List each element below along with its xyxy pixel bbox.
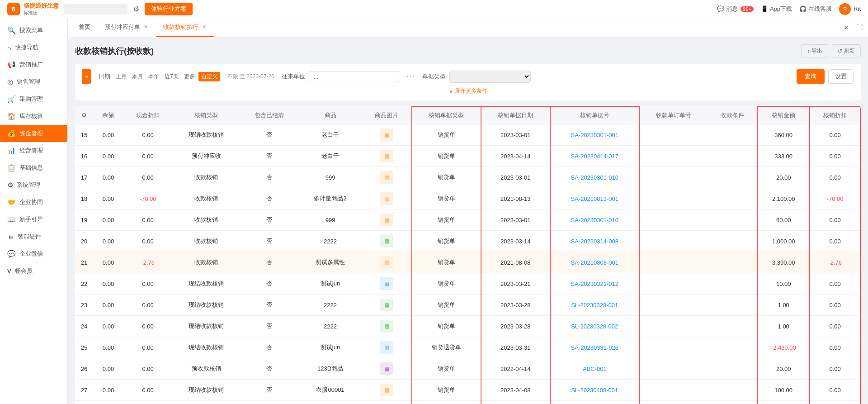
sidebar-item-inventory[interactable]: 🏠 库存核算 [0,108,67,125]
cell-balance: 0.00 [93,167,123,188]
voucher-no-link[interactable]: SL-20230328-002 [571,323,618,330]
expand-more-button[interactable]: ∨ 展开更多条件 [449,87,487,95]
voucher-type-select[interactable] [449,71,531,83]
online-service[interactable]: 🎧 在线客服 [799,5,832,13]
app-download[interactable]: 📱 App下载 [761,5,792,13]
date-range: 上月 本月 本年 近7天 更多 自定义 [114,72,220,81]
cell-collect-condition [708,252,757,273]
date-this-month[interactable]: 本月 [130,72,145,81]
cell-collect-condition [708,231,757,252]
voucher-no-link[interactable]: SL-20230408-001 [571,387,618,394]
cell-voucher-date: 2023-04-14 [481,146,550,167]
sidebar-item-marketing[interactable]: 📢 营销推广 [0,56,67,73]
cell-write-off-amount: 60.00 [757,209,810,231]
sidebar-item-finance[interactable]: 💰 资金管理 [0,125,67,142]
tab-prepay[interactable]: 预付冲应付单 ✕ [98,18,156,37]
voucher-no-link[interactable]: SA-20210813-001 [571,195,618,202]
tab-bar: 首页 预付冲应付单 ✕ 收款核销执行 ✕ ✕ ⛶ [68,18,868,37]
cell-write-off-amount: 2,100.00 [757,188,810,209]
edition-label: 标准版 [24,10,59,16]
search-bar[interactable] [64,4,127,14]
date-last-month[interactable]: 上月 [114,72,128,81]
cell-cash-discount: 0.00 [123,146,172,167]
voucher-no-link[interactable]: SA-20230301-001 [571,132,618,138]
wo-discount-value: 0.00 [830,323,841,330]
cash-discount-value: 0.00 [142,132,153,138]
sidebar-item-enterprise-wechat[interactable]: 💬 企业微信 [0,245,67,262]
voucher-no-link[interactable]: SA-20230321-012 [571,280,618,287]
partner-input[interactable] [309,71,399,82]
voucher-no-link[interactable]: SA-20230301-010 [571,217,618,223]
goods-image-placeholder: ▦ [380,235,393,247]
wo-discount-value: -70.00 [827,195,844,202]
query-button[interactable]: 查询 [797,69,825,84]
cell-write-off-discount: 0.00 [810,295,860,316]
inventory-icon: 🏠 [7,112,16,120]
table-settings-icon[interactable]: ⚙ [81,112,87,119]
goods-image-placeholder: ▦ [380,320,393,333]
tab-prepay-close[interactable]: ✕ [143,23,149,31]
export-button[interactable]: ↑ 导出 [801,44,828,57]
cell-write-off-discount: 0.00 [810,146,860,167]
voucher-no-link[interactable]: ABC-001 [583,366,607,372]
cell-balance: 0.00 [93,209,123,231]
th-voucher-no: 核销单据号 [550,106,639,124]
settings-button[interactable]: 设置 [828,69,854,84]
sidebar-item-operation[interactable]: 📊 经营管理 [0,142,67,159]
notification-area[interactable]: 💬 消息 99+ [717,5,754,13]
date-more[interactable]: 更多 [182,72,197,81]
cell-goods-image: ▦ [362,337,412,358]
cell-goods: 老白干 [298,146,362,167]
sidebar-item-smart-hardware[interactable]: 🖥 智能硬件 [0,228,67,245]
notification-label: 消息 [726,5,738,13]
tab-home[interactable]: 首页 [71,18,98,37]
mobile-icon: 📱 [761,5,768,12]
tab-maximize-button[interactable]: ⛶ [854,22,864,33]
tab-close-all-button[interactable]: ✕ [842,22,851,33]
sidebar-item-quick-nav[interactable]: ⌂ 快捷导航 [0,39,67,56]
cell-balance: 0.00 [93,358,123,380]
cell-write-off-type: 现结收款核销 [172,273,240,295]
cell-goods: 多计量商品2 [298,188,362,209]
sidebar-item-enterprise[interactable]: 🤝 企业协同 [0,194,67,211]
cell-write-off-type: 现结收款核销 [172,295,240,316]
th-write-off-type: 核销类型 [172,106,240,124]
tab-collect-close[interactable]: ✕ [201,23,207,31]
refresh-button[interactable]: ↺ 刷新 [832,44,861,57]
date-this-year[interactable]: 本年 [146,72,161,81]
voucher-no-link[interactable]: SA-20210808-001 [571,259,618,266]
sidebar-item-newbie[interactable]: 📖 新手引导 [0,211,67,228]
cell-voucher-type: 销货单 [412,146,481,167]
sidebar-item-member[interactable]: V 畅会员 [0,262,67,280]
cell-collect-condition [708,146,757,167]
cash-discount-value: 0.00 [142,344,153,351]
sidebar-item-sales[interactable]: ◎ 销售管理 [0,73,67,90]
date-custom-button[interactable]: 自定义 [198,72,220,81]
cell-balance: 0.00 [93,380,123,401]
tab-collect[interactable]: 收款核销执行 ✕ [156,18,214,37]
th-voucher-date: 核销单据日期 [481,106,550,124]
sidebar-item-base[interactable]: 📋 基础信息 [0,159,67,176]
cash-discount-value: 0.00 [142,323,153,330]
sidebar-label-inventory: 库存核算 [19,112,43,120]
marketing-icon: 📢 [7,61,16,69]
cell-voucher-type: 销货退货单 [412,337,481,358]
wo-discount-value: 0.00 [830,174,841,181]
industry-btn[interactable]: 体验行业方案 [145,3,193,15]
voucher-no-link[interactable]: SA-20230414-017 [571,153,618,160]
expand-sidebar-button[interactable]: » [82,69,91,84]
date-7days[interactable]: 近7天 [163,72,180,81]
voucher-no-link[interactable]: SL-20230328-001 [571,302,618,309]
voucher-no-link[interactable]: SA-20230331-026 [571,344,618,351]
voucher-no-link[interactable]: SA-20230301-010 [571,174,618,181]
voucher-no-link[interactable]: SA-20230314-008 [571,238,618,245]
page-content: 收款核销执行(按收款) ↑ 导出 ↺ 刷新 » [68,37,868,404]
user-area[interactable]: R Rit [839,3,861,15]
sidebar-item-system[interactable]: ⚙ 系统管理 [0,176,67,194]
cell-balance: 0.00 [93,401,123,404]
cell-write-off-type: 现结收款核销 [172,401,240,404]
sidebar-item-search[interactable]: 🔍 搜索菜单 [0,22,67,39]
gear-button[interactable]: ⚙ [133,5,139,13]
sidebar-item-purchase[interactable]: 🛒 采购管理 [0,90,67,108]
cell-include-settled: 否 [240,380,298,401]
